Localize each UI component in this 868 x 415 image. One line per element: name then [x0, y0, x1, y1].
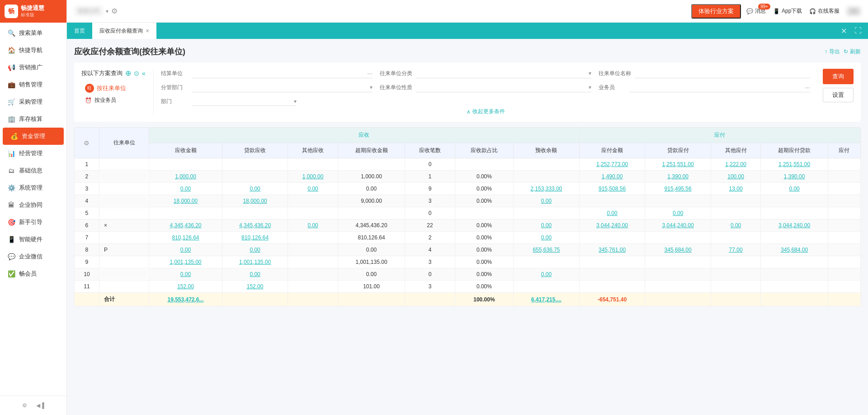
- add-scheme-icon[interactable]: ⊕: [125, 69, 131, 77]
- sidebar-item-inventory[interactable]: 🏢库存核算: [0, 110, 66, 128]
- row-ap-loan[interactable]: 345,684.00: [645, 244, 711, 256]
- row-ar-prepay[interactable]: 655,636.75: [514, 244, 580, 256]
- row-ap-loan[interactable]: 915,495.56: [645, 183, 711, 195]
- row-ap-amount[interactable]: 1,490.00: [579, 171, 645, 183]
- row-ar-loan[interactable]: 810,126.64: [222, 232, 288, 244]
- salesman-dots[interactable]: ···: [805, 84, 810, 91]
- row-ap-loan[interactable]: 1,390.00: [645, 171, 711, 183]
- sidebar-settings-btn[interactable]: ⚙: [19, 401, 31, 410]
- row-ar-amount[interactable]: 810,126.64: [149, 232, 222, 244]
- row-ar-prepay[interactable]: 0.00: [514, 195, 580, 207]
- row-ar-amount[interactable]: 4,345,436.20: [149, 219, 222, 232]
- collapse-scheme-icon[interactable]: «: [142, 70, 146, 77]
- sidebar-item-enterprise[interactable]: 🏛企业协同: [0, 196, 66, 214]
- row-ap-amount[interactable]: 3,044,240.00: [579, 219, 645, 232]
- row-ar-prepay[interactable]: 0.00: [514, 219, 580, 232]
- sidebar-item-guide[interactable]: 🎯新手引导: [0, 214, 66, 231]
- row-ap-overdue[interactable]: 0.00: [761, 183, 828, 195]
- salesman-input[interactable]: [629, 84, 805, 91]
- breadcrumb-arrow[interactable]: ▾: [106, 8, 108, 14]
- row-ap-amount[interactable]: 915,508.56: [579, 183, 645, 195]
- settlement-unit-dots[interactable]: ···: [367, 70, 373, 77]
- filter-by-salesman[interactable]: ⏰ 按业务员: [81, 95, 148, 106]
- tab-home[interactable]: 首页: [67, 23, 92, 39]
- refresh-btn[interactable]: ↻ 刷新: [844, 48, 861, 56]
- sidebar-item-sales[interactable]: 💼销售管理: [0, 76, 66, 93]
- row-ap-overdue[interactable]: 1,251,551.00: [761, 158, 828, 171]
- row-ar-amount[interactable]: 0.00: [149, 183, 222, 195]
- dept-manager-arrow[interactable]: ▾: [370, 84, 373, 91]
- row-ap-loan[interactable]: 0.00: [645, 207, 711, 219]
- row-ar-other[interactable]: 0.00: [288, 219, 338, 232]
- row-ar-amount[interactable]: 1,001,135.00: [149, 256, 222, 268]
- row-ar-prepay[interactable]: 2,153,333.00: [514, 183, 580, 195]
- row-ap-other[interactable]: 1,222.00: [711, 158, 760, 171]
- settings-gear-icon[interactable]: ⚙: [111, 7, 118, 15]
- row-ar-loan[interactable]: 0.00: [222, 183, 288, 195]
- row-ap-amount[interactable]: 0.00: [579, 207, 645, 219]
- row-ar-amount[interactable]: 152.00: [149, 281, 222, 293]
- row-ar-amount[interactable]: 0.00: [149, 244, 222, 256]
- row-ap-other[interactable]: 100.00: [711, 171, 760, 183]
- sidebar-item-purchase[interactable]: 🛒采购管理: [0, 93, 66, 110]
- dept-arrow[interactable]: ▾: [294, 98, 297, 105]
- unit-category-input[interactable]: [416, 70, 589, 77]
- footer-ar-prepay[interactable]: 6,417,215....: [514, 293, 580, 306]
- row-ap-loan[interactable]: 1,251,551.00: [645, 158, 711, 171]
- sidebar-item-wechat[interactable]: 💬企业微信: [0, 248, 66, 265]
- sidebar-item-member[interactable]: ✅畅会员: [0, 265, 66, 282]
- row-ap-amount[interactable]: 1,252,773.00: [579, 158, 645, 171]
- row-ar-amount[interactable]: 0.00: [149, 268, 222, 281]
- sidebar-item-basic[interactable]: 🗂基础信息: [0, 162, 66, 179]
- sidebar-item-quicknav[interactable]: 🏠快捷导航: [0, 42, 66, 59]
- collapse-btn[interactable]: ∧ 收起更多条件: [161, 108, 810, 115]
- row-ap-overdue[interactable]: 1,390.00: [761, 171, 828, 183]
- sidebar-item-finance[interactable]: 💰资金管理: [3, 128, 64, 145]
- tab-ar-ap[interactable]: 应收应付余额查询 ×: [92, 23, 156, 39]
- row-ar-amount[interactable]: 1,000.00: [149, 171, 222, 183]
- row-ap-overdue[interactable]: 3,044,240.00: [761, 219, 828, 232]
- unit-nature-input[interactable]: [416, 84, 589, 91]
- promo-button[interactable]: 体验行业方案: [691, 4, 741, 19]
- tab-close-all-btn[interactable]: ✕: [837, 24, 850, 37]
- sidebar-item-hardware[interactable]: 📱智能硬件: [0, 231, 66, 248]
- dept-input[interactable]: [192, 98, 294, 105]
- sidebar-collapse-btn[interactable]: ◀▐: [33, 401, 48, 410]
- row-ar-loan[interactable]: 0.00: [222, 268, 288, 281]
- row-ar-prepay[interactable]: 0.00: [514, 232, 580, 244]
- row-ar-loan[interactable]: 152.00: [222, 281, 288, 293]
- unit-nature-arrow[interactable]: ▾: [589, 84, 591, 91]
- unit-category-arrow[interactable]: ▾: [589, 70, 591, 76]
- setting-button[interactable]: 设置: [823, 88, 854, 102]
- row-ar-loan[interactable]: 1,001,135.00: [222, 256, 288, 268]
- row-ar-loan[interactable]: 18,000.00: [222, 195, 288, 207]
- row-ar-loan[interactable]: 4,345,436.20: [222, 219, 288, 232]
- tab-fullscreen-btn[interactable]: ⛶: [852, 24, 864, 37]
- sidebar-item-marketing[interactable]: 📢营销推广: [0, 59, 66, 76]
- dept-manager-input[interactable]: [192, 84, 370, 91]
- filter-by-unit[interactable]: 旺 按往来单位: [81, 82, 148, 95]
- row-ap-amount[interactable]: 345,761.00: [579, 244, 645, 256]
- row-ar-amount[interactable]: 18,000.00: [149, 195, 222, 207]
- online-service-btn[interactable]: 🎧 在线客服: [809, 7, 840, 15]
- app-download-btn[interactable]: 📱 App下载: [773, 7, 802, 15]
- table-settings-icon[interactable]: ⚙: [84, 139, 90, 147]
- export-btn[interactable]: ↑ 导出: [825, 48, 840, 56]
- query-button[interactable]: 查询: [823, 69, 854, 84]
- sidebar-item-operation[interactable]: 📊经营管理: [0, 145, 66, 162]
- messages-btn[interactable]: 💬 消息 99+: [746, 7, 766, 15]
- row-ap-overdue[interactable]: 345,684.00: [761, 244, 828, 256]
- settlement-unit-input[interactable]: [192, 70, 367, 77]
- sidebar-item-system[interactable]: ⚙️系统管理: [0, 179, 66, 196]
- user-avatar[interactable]: Rit: [847, 7, 861, 16]
- sidebar-item-search[interactable]: 🔍搜索菜单: [0, 24, 66, 42]
- row-ar-other[interactable]: 1,000.00: [288, 171, 338, 183]
- row-ap-other[interactable]: 77.00: [711, 244, 760, 256]
- edit-scheme-icon[interactable]: ⊙: [134, 70, 139, 77]
- row-ar-prepay[interactable]: 0.00: [514, 268, 580, 281]
- row-ar-loan[interactable]: 0.00: [222, 244, 288, 256]
- unit-name-input[interactable]: [635, 70, 810, 77]
- row-ap-other[interactable]: 0.00: [711, 219, 760, 232]
- row-ap-loan[interactable]: 3,044,240.00: [645, 219, 711, 232]
- row-ar-other[interactable]: 0.00: [288, 183, 338, 195]
